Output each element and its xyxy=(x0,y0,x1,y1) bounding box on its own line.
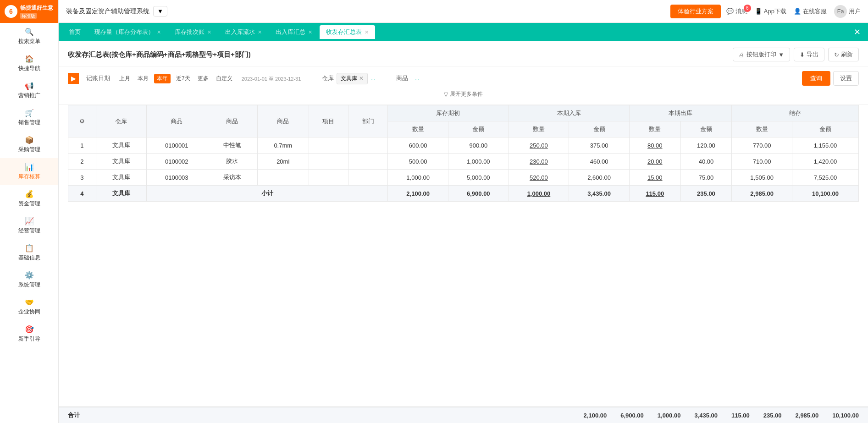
print-button[interactable]: 🖨 按钮版打印 ▼ xyxy=(733,48,790,61)
tab-bar-close-button[interactable]: ✕ xyxy=(850,27,864,37)
cell-open-qty: 500.00 xyxy=(388,154,448,170)
enterprise-icon: 🤝 xyxy=(25,298,34,307)
sidebar-logo: 6 畅捷通好生意 标准版 xyxy=(0,0,58,23)
subtotal-in-qty[interactable]: 1,000.00 xyxy=(509,186,569,202)
shortcut-7days[interactable]: 近7天 xyxy=(174,74,192,83)
cell-in-qty[interactable]: 520.00 xyxy=(509,170,569,186)
service-icon: 👤 xyxy=(794,8,801,15)
sidebar-item-label: 经营管理 xyxy=(18,227,40,235)
sidebar-item-base-info[interactable]: 📋 基础信息 xyxy=(0,239,58,266)
sidebar: 6 畅捷通好生意 标准版 🔍 搜索菜单 🏠 快捷导航 📢 营销推广 🛒 销售管理… xyxy=(0,0,59,423)
user-action[interactable]: Ea 用户 xyxy=(834,5,861,18)
shortcut-more[interactable]: 更多 xyxy=(196,74,210,83)
shortcut-this-year[interactable]: 本年 xyxy=(154,74,171,83)
tab-recv-send[interactable]: 收发存汇总表 ✕ xyxy=(320,25,375,39)
subtotal-no: 4 xyxy=(68,186,96,202)
sidebar-item-inventory[interactable]: 📊 库存核算 xyxy=(0,158,58,185)
col-settings[interactable]: ⚙ xyxy=(68,105,96,137)
sidebar-item-sales[interactable]: 🛒 销售管理 xyxy=(0,104,58,131)
sidebar-item-finance[interactable]: 💰 资金管理 xyxy=(0,185,58,212)
export-icon: ⬇ xyxy=(800,51,805,58)
logo-icon: 6 xyxy=(5,5,17,18)
close-tab-batch-account[interactable]: ✕ xyxy=(207,29,211,35)
subtotal-out-qty[interactable]: 115.00 xyxy=(629,186,680,202)
data-table: ⚙ 仓库 商品 商品 商品 项目 部门 库存期初 本期入库 本期出库 结存 xyxy=(68,105,859,202)
export-button[interactable]: ⬇ 导出 xyxy=(794,48,824,61)
sidebar-item-operation[interactable]: 📈 经营管理 xyxy=(0,212,58,239)
shortcut-this-month[interactable]: 本月 xyxy=(136,74,150,83)
goods-filter: 商品 ... xyxy=(396,74,419,82)
top-header: 装备及固定资产辅助管理系统 ▼ 体验行业方案 💬 消息 6 📱 App下载 👤 … xyxy=(59,0,868,23)
finance-icon: 💰 xyxy=(25,190,34,198)
app-download-label: App下载 xyxy=(764,7,786,16)
sidebar-item-label: 企业协同 xyxy=(18,308,40,316)
footer-close-qty: 2,985.00 xyxy=(796,412,819,419)
close-tab-flow[interactable]: ✕ xyxy=(258,29,262,35)
filter-setting-button[interactable]: 设置 xyxy=(833,71,859,86)
system-title-text: 装备及固定资产辅助管理系统 xyxy=(66,7,149,16)
system-icon: ⚙️ xyxy=(25,271,34,280)
close-tab-stock-dist[interactable]: ✕ xyxy=(157,29,161,35)
cell-project xyxy=(309,170,348,186)
expand-conditions-button[interactable]: ▽ 展开更多条件 xyxy=(68,88,859,100)
tab-batch-account[interactable]: 库存批次账 ✕ xyxy=(168,25,218,39)
message-badge: 6 xyxy=(744,5,751,12)
cell-code: 0100002 xyxy=(146,154,207,170)
cell-warehouse: 文具库 xyxy=(96,137,146,154)
sidebar-item-label: 销售管理 xyxy=(18,119,40,126)
cell-out-qty[interactable]: 80.00 xyxy=(629,137,680,154)
shortcut-custom[interactable]: 自定义 xyxy=(214,74,234,83)
sidebar-item-quick-nav[interactable]: 🏠 快捷导航 xyxy=(0,50,58,77)
sidebar-item-marketing[interactable]: 📢 营销推广 xyxy=(0,77,58,104)
col-opening-amt: 金额 xyxy=(448,121,509,137)
query-button[interactable]: 查询 xyxy=(802,71,830,86)
system-dropdown-button[interactable]: ▼ xyxy=(153,6,167,16)
version-tag: 标准版 xyxy=(20,13,37,19)
cell-in-amt: 2,600.00 xyxy=(569,170,630,186)
warehouse-more[interactable]: ... xyxy=(370,75,375,82)
warehouse-tag[interactable]: 文具库 ✕ xyxy=(337,73,368,84)
sidebar-item-system[interactable]: ⚙️ 系统管理 xyxy=(0,266,58,293)
footer-in-qty: 1,000.00 xyxy=(658,412,681,419)
logo-text-line1: 畅捷通好生意 xyxy=(20,4,53,12)
print-dropdown-icon: ▼ xyxy=(778,51,784,58)
table-settings-icon[interactable]: ⚙ xyxy=(79,118,85,125)
cell-spec xyxy=(257,170,309,186)
col-name-header: 商品 xyxy=(207,105,257,137)
goods-more[interactable]: ... xyxy=(415,75,419,82)
cell-close-qty: 770.00 xyxy=(732,137,792,154)
refresh-button[interactable]: ↻ 刷新 xyxy=(828,48,859,61)
tab-summary[interactable]: 出入库汇总 ✕ xyxy=(269,25,319,39)
cell-warehouse: 文具库 xyxy=(96,170,146,186)
sidebar-item-purchase[interactable]: 📦 采购管理 xyxy=(0,131,58,158)
col-in-amt: 金额 xyxy=(569,121,630,137)
footer-total-label: 合计 xyxy=(68,411,205,419)
cell-out-qty[interactable]: 15.00 xyxy=(629,170,680,186)
cell-close-qty: 1,505.00 xyxy=(732,170,792,186)
tab-home[interactable]: 首页 xyxy=(62,25,87,39)
tab-stock-dist[interactable]: 现存量（库存分布表） ✕ xyxy=(88,25,167,39)
cell-in-amt: 375.00 xyxy=(569,137,630,154)
filter-row-main: ▶ 记账日期 上月 本月 本年 近7天 更多 自定义 2023-01-01 至 … xyxy=(68,71,859,86)
sidebar-item-guide[interactable]: 🎯 新手引导 xyxy=(0,320,58,347)
sidebar-item-enterprise[interactable]: 🤝 企业协同 xyxy=(0,293,58,320)
online-service-action[interactable]: 👤 在线客服 xyxy=(794,7,827,16)
close-tab-summary[interactable]: ✕ xyxy=(308,29,312,35)
cell-out-qty[interactable]: 20.00 xyxy=(629,154,680,170)
tab-bar: 首页 现存量（库存分布表） ✕ 库存批次账 ✕ 出入库流水 ✕ 出入库汇总 ✕ … xyxy=(59,23,868,41)
cell-in-qty[interactable]: 230.00 xyxy=(509,154,569,170)
app-download-action[interactable]: 📱 App下载 xyxy=(755,7,786,16)
shortcut-prev-month[interactable]: 上月 xyxy=(117,74,132,83)
subtotal-close-qty: 2,985.00 xyxy=(732,186,792,202)
cell-in-qty[interactable]: 250.00 xyxy=(509,137,569,154)
page-header: 收发存汇总表(按仓库+商品编码+商品+规格型号+项目+部门) 🖨 按钮版打印 ▼… xyxy=(59,41,868,66)
experience-button[interactable]: 体验行业方案 xyxy=(670,5,721,18)
message-action[interactable]: 💬 消息 6 xyxy=(726,7,747,16)
warehouse-tag-remove[interactable]: ✕ xyxy=(359,75,364,82)
sidebar-search-item[interactable]: 🔍 搜索菜单 xyxy=(0,23,58,50)
close-tab-recv-send[interactable]: ✕ xyxy=(365,29,369,35)
tab-flow[interactable]: 出入库流水 ✕ xyxy=(219,25,268,39)
cell-open-qty: 1,000.00 xyxy=(388,170,448,186)
subtotal-in-amt: 3,435.00 xyxy=(569,186,630,202)
filter-toggle-button[interactable]: ▶ xyxy=(68,73,79,84)
